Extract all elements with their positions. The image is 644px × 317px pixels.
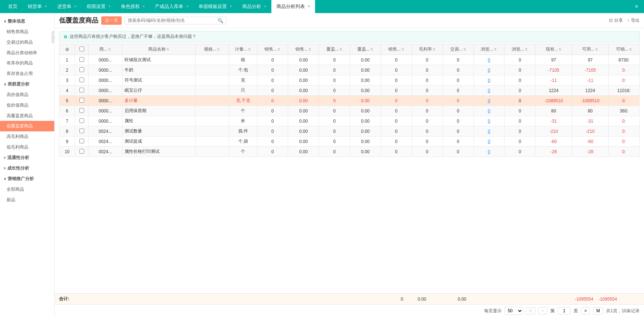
col-cover1[interactable]: 覆盖...⇅ — [319, 44, 350, 55]
col-sales-amt[interactable]: 销售...⇅ — [288, 44, 319, 55]
nav-close-sales[interactable]: × — [45, 0, 47, 13]
col-code[interactable]: 商...⇅ — [89, 44, 122, 55]
row-current: 97 — [535, 55, 572, 65]
col-unit[interactable]: 计量...⇅ — [229, 44, 257, 55]
sidebar-item-stocked-goods[interactable]: 有库存的商品 — [0, 58, 54, 68]
col-browse2[interactable]: 浏览...⇅ — [504, 44, 535, 55]
sidebar-item-category-rate[interactable]: 商品分类动销率 — [0, 48, 54, 58]
col-sales2[interactable]: 销售...⇅ — [381, 44, 412, 55]
row-checkbox[interactable] — [79, 149, 84, 154]
nav-close-template[interactable]: × — [230, 0, 232, 13]
row-browse1: 0 — [474, 116, 504, 126]
export-button[interactable]: ↑ 导出 — [627, 17, 640, 24]
row-checkbox-cell[interactable] — [75, 75, 89, 86]
browse1-link[interactable]: 0 — [488, 58, 490, 63]
nav-close-permissions[interactable]: × — [109, 0, 111, 13]
row-checkbox[interactable] — [79, 108, 84, 113]
row-checkbox-cell[interactable] — [75, 65, 89, 75]
sidebar-item-new-goods[interactable]: 新品 — [0, 195, 54, 205]
row-checkbox-cell[interactable] — [75, 147, 89, 157]
page-size-select[interactable]: 50 20 100 — [504, 307, 523, 315]
search-input[interactable] — [128, 18, 217, 23]
col-check[interactable] — [75, 44, 89, 55]
row-checkbox-cell[interactable] — [75, 116, 89, 126]
nav-close-products-in[interactable]: × — [186, 0, 188, 13]
nav-close-analysis[interactable]: × — [264, 0, 266, 13]
browse1-link[interactable]: 0 — [488, 119, 490, 124]
row-browse2: 0 — [504, 86, 535, 96]
nav-close-purchase[interactable]: × — [74, 0, 76, 13]
row-checkbox[interactable] — [79, 88, 84, 92]
sidebar-section-growth[interactable]: > 成长性分析 — [0, 163, 54, 174]
row-checkbox-cell[interactable] — [75, 96, 89, 106]
row-checkbox-cell[interactable] — [75, 86, 89, 96]
browse1-link[interactable]: 0 — [488, 78, 490, 83]
row-checkbox[interactable] — [79, 57, 84, 62]
browse1-link[interactable]: 0 — [488, 149, 490, 154]
row-checkbox-cell[interactable] — [75, 136, 89, 147]
browse1-link[interactable]: 0 — [488, 139, 490, 144]
sidebar-section-circulation[interactable]: > 流通性分析 — [0, 152, 54, 163]
col-spec[interactable]: 规格...⇅ — [195, 44, 229, 55]
prev-page-btn[interactable]: < — [538, 307, 547, 314]
browse1-link[interactable]: 0 — [488, 98, 490, 103]
col-name[interactable]: 商品名称⇅ — [122, 44, 195, 55]
col-trade[interactable]: 交易...⇅ — [443, 44, 474, 55]
browse1-link[interactable]: 0 — [488, 129, 490, 134]
sidebar-item-sales-goods[interactable]: 销售类商品 — [0, 27, 54, 37]
sidebar-item-low-coverage[interactable]: 低覆盖度商品 — [0, 121, 54, 131]
sidebar-item-traded-goods[interactable]: 交易过的商品 — [0, 37, 54, 48]
time-filter-button[interactable]: 近一月 — [101, 16, 122, 25]
row-checkbox[interactable] — [79, 98, 84, 103]
nav-close-analysis-list[interactable]: × — [308, 0, 310, 13]
first-page-btn[interactable]: K — [526, 307, 535, 314]
sidebar-item-stock-capital[interactable]: 库存资金占用 — [0, 68, 54, 79]
sidebar-section-marketing[interactable]: ∨ 营销推广分析 — [0, 174, 54, 184]
sidebar-item-low-margin[interactable]: 低毛利商品 — [0, 142, 54, 152]
sidebar-collapse-btn[interactable]: « — [52, 31, 55, 43]
sidebar-item-high-coverage[interactable]: 高覆盖度商品 — [0, 111, 54, 121]
nav-close-roles[interactable]: × — [143, 0, 145, 13]
browse1-link[interactable]: 0 — [488, 68, 490, 73]
nav-item-home[interactable]: 首页 — [3, 0, 23, 13]
row-checkbox[interactable] — [79, 139, 84, 143]
row-checkbox[interactable] — [79, 128, 84, 133]
table-wrap[interactable]: ⚙ 商...⇅ 商品名称⇅ 规格...⇅ — [59, 44, 640, 293]
share-button[interactable]: ⊡ 分享 — [609, 17, 623, 24]
select-all-checkbox[interactable] — [79, 47, 84, 51]
row-checkbox[interactable] — [79, 78, 84, 82]
row-checkbox-cell[interactable] — [75, 55, 89, 65]
sidebar-item-all-goods[interactable]: 全部商品 — [0, 184, 54, 195]
row-checkbox[interactable] — [79, 67, 84, 72]
next-page-btn[interactable]: > — [581, 307, 590, 314]
nav-item-products-in[interactable]: 产成品入库单 × — [150, 0, 193, 13]
sidebar-section-cluster[interactable]: ∨ 类群度分析 — [0, 79, 54, 90]
page-input[interactable] — [558, 307, 571, 314]
sidebar-section-overall[interactable]: ∨ 整体信息 — [0, 16, 54, 27]
col-saleable[interactable]: 可销...⇅ — [608, 44, 639, 55]
nav-item-analysis[interactable]: 商品分析 × — [237, 0, 271, 13]
col-settings[interactable]: ⚙ — [59, 44, 75, 55]
sidebar-item-high-value[interactable]: 高价值商品 — [0, 90, 54, 100]
row-checkbox[interactable] — [79, 118, 84, 123]
col-browse1[interactable]: 浏览...⇅ — [474, 44, 504, 55]
col-current[interactable]: 现有...⇅ — [535, 44, 572, 55]
col-sales-qty[interactable]: 销售...⇅ — [257, 44, 288, 55]
nav-item-sales[interactable]: 销货单 × — [23, 0, 52, 13]
last-page-btn[interactable]: M — [593, 307, 603, 314]
nav-item-permissions[interactable]: 权限设置 × — [82, 0, 116, 13]
col-available[interactable]: 可用...⇅ — [572, 44, 608, 55]
window-close-btn[interactable]: × — [632, 3, 641, 10]
sidebar-item-high-margin[interactable]: 高毛利商品 — [0, 131, 54, 142]
browse1-link[interactable]: 0 — [488, 88, 490, 93]
col-cover2[interactable]: 覆盖...⇅ — [350, 44, 381, 55]
sidebar-item-low-value[interactable]: 低价值商品 — [0, 100, 54, 111]
nav-item-purchase[interactable]: 进货单 × — [52, 0, 82, 13]
col-gross-rate[interactable]: 毛利率⇅ — [412, 44, 443, 55]
row-checkbox-cell[interactable] — [75, 126, 89, 136]
browse1-link[interactable]: 0 — [488, 108, 490, 114]
nav-item-roles[interactable]: 角色授权 × — [116, 0, 150, 13]
nav-item-template[interactable]: 单据模板设置 × — [193, 0, 237, 13]
row-checkbox-cell[interactable] — [75, 106, 89, 116]
nav-item-analysis-list[interactable]: 商品分析列表 × — [271, 0, 315, 13]
